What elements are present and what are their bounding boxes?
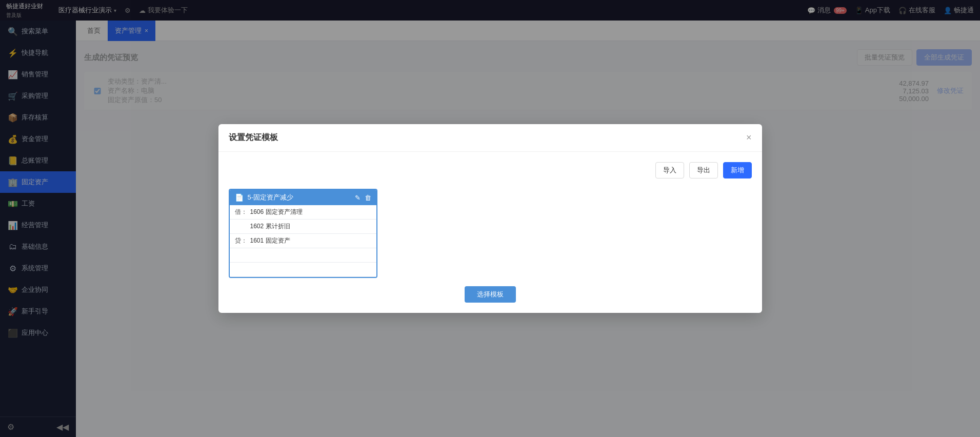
row-name-2: 固定资产 bbox=[266, 237, 290, 244]
row-type-0: 借： bbox=[235, 208, 250, 216]
template-card-body: 借： 1606 固定资产清理 1602 累计折旧 bbox=[230, 205, 376, 277]
template-edit-icon[interactable]: ✎ bbox=[355, 194, 361, 202]
row-code-2: 1601 bbox=[250, 237, 264, 244]
template-row-4 bbox=[230, 263, 376, 277]
row-entry-1: 1602 累计折旧 bbox=[250, 222, 371, 231]
new-template-button[interactable]: 新增 bbox=[723, 162, 752, 178]
export-button[interactable]: 导出 bbox=[689, 162, 718, 178]
template-card: 📄 5-固定资产减少 ✎ 🗑 借： 1606 固定资产清理 bbox=[229, 189, 377, 278]
modal-close-button[interactable]: × bbox=[746, 132, 752, 143]
template-delete-icon[interactable]: 🗑 bbox=[365, 194, 371, 202]
row-type-2: 贷： bbox=[235, 236, 250, 245]
row-entry-0: 1606 固定资产清理 bbox=[250, 208, 371, 216]
template-row-0: 借： 1606 固定资产清理 bbox=[230, 205, 376, 220]
select-template-button[interactable]: 选择模板 bbox=[465, 286, 516, 303]
modal-header: 设置凭证模板 × bbox=[218, 124, 762, 152]
template-row-2: 贷： 1601 固定资产 bbox=[230, 234, 376, 248]
template-card-header: 📄 5-固定资产减少 ✎ 🗑 bbox=[230, 190, 376, 205]
row-name-1: 累计折旧 bbox=[266, 223, 290, 230]
voucher-template-modal: 设置凭证模板 × 导入 导出 新增 📄 5-固定资产减少 ✎ 🗑 bbox=[218, 124, 762, 313]
modal-title: 设置凭证模板 bbox=[229, 132, 278, 143]
import-button[interactable]: 导入 bbox=[655, 162, 684, 178]
template-row-1: 1602 累计折旧 bbox=[230, 220, 376, 234]
row-code-1: 1602 bbox=[250, 223, 264, 230]
template-card-actions: ✎ 🗑 bbox=[355, 194, 371, 202]
modal-overlay: 设置凭证模板 × 导入 导出 新增 📄 5-固定资产减少 ✎ 🗑 bbox=[0, 0, 980, 437]
modal-action-bar: 导入 导出 新增 bbox=[229, 162, 752, 178]
row-entry-2: 1601 固定资产 bbox=[250, 236, 371, 245]
row-code-0: 1606 bbox=[250, 208, 264, 215]
template-card-title: 5-固定资产减少 bbox=[248, 193, 351, 202]
modal-body: 导入 导出 新增 📄 5-固定资产减少 ✎ 🗑 借： bbox=[218, 152, 762, 313]
template-doc-icon: 📄 bbox=[235, 193, 244, 202]
template-row-3 bbox=[230, 248, 376, 263]
row-name-0: 固定资产清理 bbox=[266, 208, 303, 215]
